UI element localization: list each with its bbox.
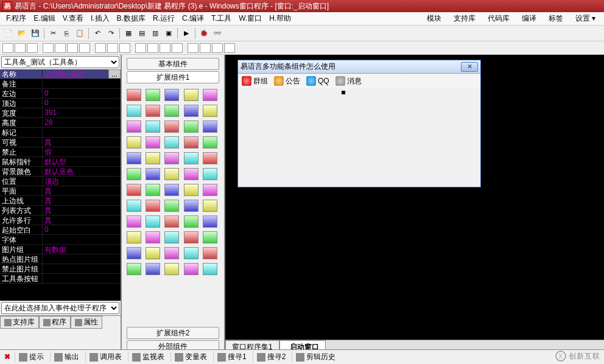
component-icon[interactable] bbox=[184, 184, 198, 196]
component-icon[interactable] bbox=[127, 121, 141, 133]
align-17-icon[interactable] bbox=[212, 43, 223, 53]
sb-vars[interactable]: 变量表 bbox=[170, 352, 211, 362]
component-icon[interactable] bbox=[127, 247, 141, 259]
align-13-icon[interactable] bbox=[160, 43, 170, 53]
property-row[interactable]: 可视真 bbox=[0, 138, 121, 147]
property-value[interactable]: 真 bbox=[43, 138, 121, 147]
toolbar-item-message[interactable]: 消息 bbox=[335, 76, 362, 86]
design-canvas[interactable]: 易语言多功能条组件怎么使用 ✕ 群组 公告 QQ 消息 窗口程序集1 _启动窗口 bbox=[225, 55, 604, 353]
component-icon[interactable] bbox=[146, 89, 160, 101]
component-icon[interactable] bbox=[164, 184, 179, 196]
property-row[interactable]: 位置顶边 bbox=[0, 177, 121, 186]
property-value[interactable]: 真 bbox=[43, 186, 121, 195]
event-selector[interactable]: 在此处选择加入事件处理子程序 bbox=[1, 302, 119, 314]
menu-support-lib[interactable]: 支持库 bbox=[448, 13, 482, 24]
property-row[interactable]: 工具条按钮 bbox=[0, 274, 121, 284]
property-row[interactable]: 起始空白0 bbox=[0, 225, 121, 235]
layout3-icon[interactable]: ▥ bbox=[149, 27, 161, 40]
component-icon[interactable] bbox=[127, 168, 141, 180]
property-row[interactable]: 顶边0 bbox=[0, 99, 121, 108]
component-icon[interactable] bbox=[146, 168, 160, 180]
component-icon[interactable] bbox=[164, 89, 179, 101]
align-6-icon[interactable] bbox=[67, 43, 78, 53]
property-row[interactable]: 标记 bbox=[0, 128, 121, 138]
menu-module[interactable]: 模块 bbox=[421, 13, 448, 24]
property-value[interactable] bbox=[43, 274, 121, 283]
align-5-icon[interactable] bbox=[55, 43, 66, 53]
debug-icon[interactable]: 🐞 bbox=[198, 27, 210, 40]
property-row[interactable]: 背景颜色默认底色 bbox=[0, 167, 121, 177]
component-icon[interactable] bbox=[127, 215, 141, 228]
toolbar-item-notice[interactable]: 公告 bbox=[274, 76, 300, 86]
component-icon[interactable] bbox=[164, 105, 179, 117]
property-row[interactable]: 上边线真 bbox=[0, 196, 121, 206]
property-value[interactable]: 真 bbox=[43, 206, 121, 215]
component-icon[interactable] bbox=[203, 89, 217, 101]
comp-tab-ext1[interactable]: 扩展组件1 bbox=[127, 71, 219, 83]
object-selector[interactable]: 工具条_测试（工具条） bbox=[1, 56, 119, 68]
sb-calltable[interactable]: 调用表 bbox=[85, 352, 125, 362]
property-row[interactable]: 字体 bbox=[0, 235, 121, 245]
open-icon[interactable]: 📂 bbox=[16, 27, 28, 40]
component-icon[interactable] bbox=[164, 152, 179, 164]
component-icon[interactable] bbox=[203, 231, 217, 243]
property-row[interactable]: 高度28 bbox=[0, 118, 121, 128]
align-4-icon[interactable] bbox=[43, 43, 54, 53]
property-value[interactable] bbox=[43, 264, 121, 273]
menu-edit[interactable]: E.编辑 bbox=[30, 13, 58, 24]
property-value[interactable]: 28 bbox=[43, 118, 121, 127]
align-3-icon[interactable] bbox=[27, 43, 38, 53]
component-icon[interactable] bbox=[184, 89, 198, 101]
align-12-icon[interactable] bbox=[147, 43, 158, 53]
menu-view[interactable]: V.查看 bbox=[59, 13, 87, 24]
component-icon[interactable] bbox=[127, 89, 141, 101]
align-15-icon[interactable] bbox=[188, 43, 198, 53]
toolbar-item-qq[interactable]: QQ bbox=[306, 76, 329, 86]
align-18-icon[interactable] bbox=[224, 43, 235, 53]
property-row[interactable]: 允许多行真 bbox=[0, 215, 121, 225]
component-icon[interactable] bbox=[127, 231, 141, 243]
property-row[interactable]: 列表方式真 bbox=[0, 206, 121, 215]
component-icon[interactable] bbox=[203, 215, 217, 228]
form-toolbar[interactable]: 群组 公告 QQ 消息 bbox=[238, 74, 480, 88]
property-value[interactable] bbox=[43, 79, 121, 88]
paste-icon[interactable]: 📋 bbox=[74, 27, 86, 40]
layout1-icon[interactable]: ▦ bbox=[122, 27, 135, 40]
property-row[interactable]: 备注 bbox=[0, 79, 121, 89]
component-icon[interactable] bbox=[184, 136, 198, 149]
property-value[interactable]: 真 bbox=[43, 215, 121, 225]
align-10-icon[interactable] bbox=[119, 43, 130, 53]
component-icon[interactable] bbox=[146, 231, 160, 243]
layout2-icon[interactable]: ▤ bbox=[136, 27, 148, 40]
comp-tab-ext2[interactable]: 扩展组件2 bbox=[127, 327, 219, 339]
property-value[interactable]: 真 bbox=[43, 196, 121, 205]
property-value[interactable]: 391 bbox=[43, 108, 121, 117]
property-value[interactable]: 工具条_测试 bbox=[43, 69, 108, 79]
component-icon[interactable] bbox=[146, 184, 160, 196]
component-icon[interactable] bbox=[184, 231, 198, 243]
property-value[interactable]: 顶边 bbox=[43, 177, 121, 186]
component-icon[interactable] bbox=[164, 215, 179, 228]
property-value[interactable]: 0 bbox=[43, 225, 121, 234]
close-panel-icon[interactable]: ✖ bbox=[2, 352, 12, 362]
form-titlebar[interactable]: 易语言多功能条组件怎么使用 ✕ bbox=[238, 60, 480, 74]
sb-output[interactable]: 输出 bbox=[50, 352, 83, 362]
sb-watch[interactable]: 监视表 bbox=[128, 352, 168, 362]
binoculars-icon[interactable]: 👓 bbox=[211, 27, 223, 40]
property-value[interactable] bbox=[43, 235, 121, 244]
property-value[interactable]: 0 bbox=[43, 89, 121, 98]
align-11-icon[interactable] bbox=[135, 43, 146, 53]
run-icon[interactable]: ▶ bbox=[180, 27, 192, 40]
sb-find1[interactable]: 搜寻1 bbox=[213, 352, 250, 362]
component-icon[interactable] bbox=[164, 231, 179, 243]
form-designer[interactable]: 易语言多功能条组件怎么使用 ✕ 群组 公告 QQ 消息 bbox=[237, 60, 481, 187]
component-icon[interactable] bbox=[146, 263, 160, 275]
component-icon[interactable] bbox=[146, 215, 160, 228]
toolbar-item-group[interactable]: 群组 bbox=[242, 76, 268, 86]
form-body[interactable] bbox=[238, 88, 480, 187]
align-14-icon[interactable] bbox=[172, 43, 183, 53]
property-row[interactable]: 禁止假 bbox=[0, 147, 121, 157]
property-row[interactable]: 名称工具条_测试... bbox=[0, 69, 121, 79]
component-icon[interactable] bbox=[184, 247, 198, 259]
component-icon[interactable] bbox=[146, 105, 160, 117]
